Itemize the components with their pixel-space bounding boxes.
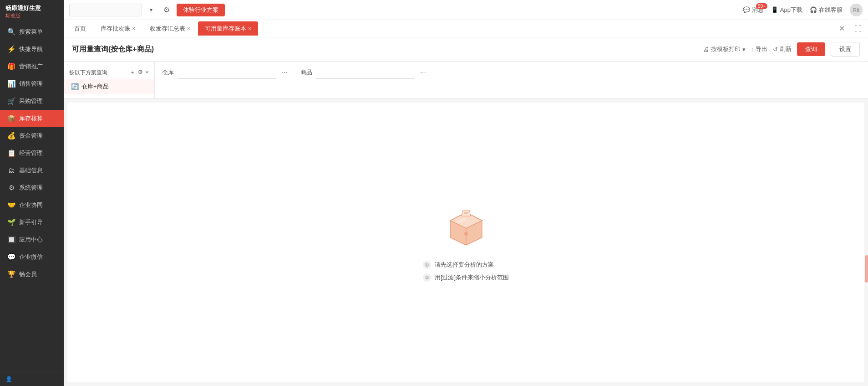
phone-icon: 📱: [771, 6, 778, 13]
refresh-icon: ↺: [773, 46, 778, 53]
tabs-container: 首页库存批次账×收发存汇总表×可用量库存账本×: [67, 21, 834, 36]
tab-available[interactable]: 可用量库存账本×: [198, 21, 258, 36]
sidebar-icon-apps: 🔲: [7, 236, 15, 244]
sidebar-label-guide: 新手引导: [19, 218, 43, 226]
filter-area: 按以下方案查询 ＋ ⚙ « 🔄 仓库+商品 仓库 ···: [64, 62, 868, 99]
sidebar-label-wechat: 企业微信: [19, 253, 43, 261]
avatar-text: Rit: [853, 7, 859, 13]
brand-name: 畅康通好生意: [5, 5, 58, 12]
sidebar-item-finance[interactable]: 💰资金管理: [0, 127, 64, 144]
search-input[interactable]: [69, 4, 142, 16]
scheme-item-icon: 🔄: [71, 83, 79, 90]
avatar[interactable]: Rit: [850, 4, 863, 16]
right-scrollbar[interactable]: [865, 255, 868, 283]
filter-schemes-panel: 按以下方案查询 ＋ ⚙ « 🔄 仓库+商品: [64, 62, 155, 98]
sidebar-icon-purchase: 🛒: [7, 97, 15, 105]
filter-scheme-title: 按以下方案查询: [69, 69, 107, 77]
tab-close-collect[interactable]: ×: [187, 26, 190, 32]
export-icon: ↑: [751, 46, 754, 53]
headset-icon: 🎧: [810, 6, 817, 13]
sidebar-item-basic[interactable]: 🗂基础信息: [0, 162, 64, 179]
print-icon: 🖨: [703, 46, 709, 53]
sidebar-item-vip[interactable]: 🏆畅会员: [0, 266, 64, 283]
page-header: 可用量查询(按仓库+商品) 🖨 按模板打印 ▾ ↑ 导出 ↺ 刷新 查询 设置: [64, 37, 868, 62]
gear-icon[interactable]: ⚙: [160, 4, 173, 16]
tab-batch[interactable]: 库存批次账×: [94, 21, 142, 36]
expand-button[interactable]: ⛶: [852, 22, 864, 35]
sidebar-label-purchase: 采购管理: [19, 97, 43, 105]
tab-close-batch[interactable]: ×: [132, 26, 135, 32]
sidebar-label-system: 系统管理: [19, 184, 43, 192]
sidebar-item-enterprise[interactable]: 🤝企业协同: [0, 196, 64, 214]
sidebar-item-wechat[interactable]: 💬企业微信: [0, 248, 64, 266]
sidebar-item-shortcut[interactable]: ⚡快捷导航: [0, 41, 64, 58]
collapse-icon[interactable]: «: [146, 69, 149, 77]
sidebar-item-operations[interactable]: 📋经营管理: [0, 144, 64, 162]
app-download-button[interactable]: 📱 App下载: [771, 6, 802, 14]
sidebar-icon-sales: 📊: [7, 80, 15, 88]
sidebar-nav: 🔍搜索菜单⚡快捷导航🎁营销推广📊销售管理🛒采购管理📦库存核算💰资金管理📋经营管理…: [0, 23, 64, 372]
empty-hint-2: ② 用[过滤]条件来缩小分析范围: [423, 273, 509, 282]
print-button[interactable]: 🖨 按模板打印 ▾: [703, 45, 746, 53]
tabs-bar: 首页库存批次账×收发存汇总表×可用量库存账本× ✕ ⛶: [64, 20, 868, 37]
sidebar-item-marketing[interactable]: 🎁营销推广: [0, 58, 64, 75]
svg-point-3: [464, 232, 468, 236]
sidebar-item-search[interactable]: 🔍搜索菜单: [0, 23, 64, 41]
sidebar-icon-shortcut: ⚡: [7, 45, 15, 53]
scheme-item-warehouse-goods[interactable]: 🔄 仓库+商品: [64, 79, 154, 94]
tab-home[interactable]: 首页: [67, 21, 93, 36]
print-label: 按模板打印: [711, 45, 741, 53]
tab-collect[interactable]: 收发存汇总表×: [143, 21, 197, 36]
app-download-label: App下载: [780, 6, 802, 14]
online-service-button[interactable]: 🎧 在线客服: [810, 6, 843, 14]
sidebar-icon-inventory: 📦: [7, 114, 15, 123]
sidebar-item-apps[interactable]: 🔲应用中心: [0, 231, 64, 248]
hint-num-1: ①: [423, 261, 431, 269]
add-scheme-icon[interactable]: ＋: [130, 69, 135, 77]
bell-icon: 💬: [743, 6, 750, 13]
sidebar-item-inventory[interactable]: 📦库存核算: [0, 110, 64, 127]
goods-more-icon[interactable]: ···: [418, 68, 428, 77]
sidebar-label-sales: 销售管理: [19, 80, 43, 88]
sidebar-item-guide[interactable]: 🌱新手引导: [0, 214, 64, 231]
sidebar-bottom: 👤: [0, 372, 64, 386]
sidebar-label-enterprise: 企业协同: [19, 201, 43, 209]
warehouse-input[interactable]: [178, 66, 276, 79]
sidebar: 畅康通好生意 标准版 🔍搜索菜单⚡快捷导航🎁营销推广📊销售管理🛒采购管理📦库存核…: [0, 0, 64, 386]
sidebar-label-apps: 应用中心: [19, 236, 43, 244]
sidebar-icon-vip: 🏆: [7, 270, 15, 278]
hint-num-2: ②: [423, 273, 431, 282]
notification-button[interactable]: 💬 消息 99+: [743, 6, 764, 14]
svg-marker-5: [462, 210, 471, 216]
sidebar-label-inventory: 库存核算: [19, 114, 43, 123]
empty-hint-1: ① 请先选择要分析的方案: [423, 261, 509, 269]
warehouse-more-icon[interactable]: ···: [280, 68, 289, 77]
export-button[interactable]: ↑ 导出: [751, 45, 768, 53]
export-label: 导出: [756, 45, 767, 53]
warehouse-filter-field: 仓库 ···: [162, 66, 289, 79]
sidebar-icon-operations: 📋: [7, 149, 15, 157]
page-title: 可用量查询(按仓库+商品): [72, 45, 154, 54]
scheme-settings-icon[interactable]: ⚙: [138, 69, 143, 77]
refresh-button[interactable]: ↺ 刷新: [773, 45, 792, 53]
sidebar-item-purchase[interactable]: 🛒采购管理: [0, 93, 64, 110]
tab-label-collect: 收发存汇总表: [150, 25, 185, 33]
query-button[interactable]: 查询: [797, 42, 825, 56]
goods-filter-field: 商品 ···: [300, 66, 428, 79]
settings-button[interactable]: 设置: [831, 42, 860, 57]
sidebar-icon-wechat: 💬: [7, 253, 15, 261]
industry-solution-button[interactable]: 体验行业方案: [177, 4, 225, 16]
sidebar-icon-finance: 💰: [7, 132, 15, 140]
page-header-actions: 🖨 按模板打印 ▾ ↑ 导出 ↺ 刷新 查询 设置: [703, 42, 860, 57]
close-tab-button[interactable]: ✕: [835, 22, 848, 35]
search-dropdown-icon[interactable]: ▾: [146, 5, 157, 15]
sidebar-icon-marketing: 🎁: [7, 62, 15, 71]
goods-input[interactable]: [316, 66, 415, 79]
tab-label-available: 可用量库存账本: [205, 25, 246, 33]
filter-scheme-icons: ＋ ⚙ «: [130, 69, 149, 77]
filter-scheme-header: 按以下方案查询 ＋ ⚙ «: [64, 66, 154, 79]
sidebar-label-shortcut: 快捷导航: [19, 45, 43, 53]
sidebar-item-system[interactable]: ⚙系统管理: [0, 179, 64, 196]
tab-close-available[interactable]: ×: [248, 26, 251, 32]
sidebar-item-sales[interactable]: 📊销售管理: [0, 75, 64, 93]
